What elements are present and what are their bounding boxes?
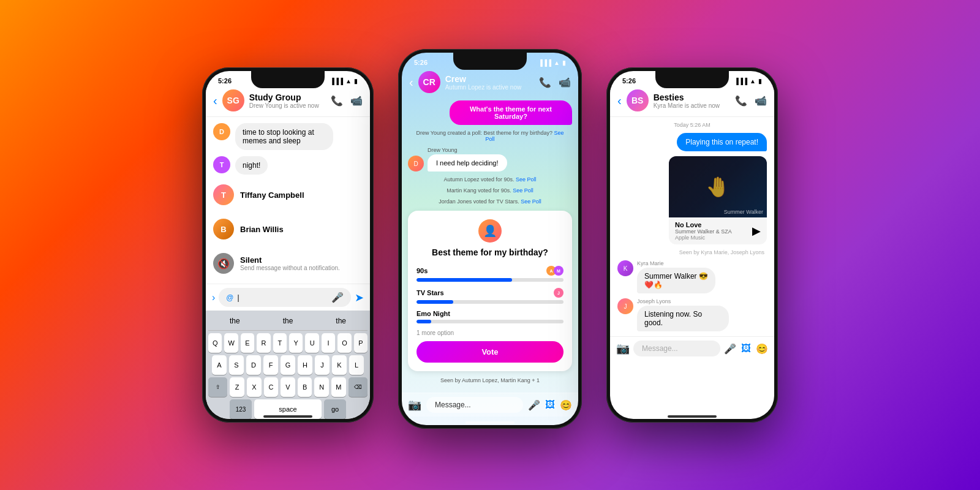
message-input-3[interactable]: Message...: [633, 341, 720, 356]
vote-button[interactable]: Vote: [417, 341, 564, 363]
suggestion-1[interactable]: the: [225, 315, 245, 326]
key-q[interactable]: Q: [208, 333, 222, 353]
mic-icon-3[interactable]: 🎤: [724, 343, 736, 355]
key-v[interactable]: V: [281, 377, 295, 397]
send-button-1[interactable]: ➤: [355, 291, 364, 304]
contact-avatar-brian: B: [213, 219, 234, 239]
keyboard-1: the the the Q W E R T Y U I O P A S D F: [206, 311, 370, 419]
key-m[interactable]: M: [331, 377, 346, 397]
key-123[interactable]: 123: [230, 399, 252, 419]
key-j[interactable]: J: [315, 355, 330, 375]
vote-text-2: Martin Kang voted for 90s.: [447, 187, 513, 194]
voice-input-icon[interactable]: 🎤: [331, 292, 344, 303]
mic-icon-2[interactable]: 🎤: [528, 399, 540, 411]
see-poll-2[interactable]: See Poll: [516, 176, 537, 183]
poll-avatars-90s: A M: [546, 266, 564, 276]
key-e[interactable]: E: [241, 333, 254, 353]
chat-header-1: ‹ SG Study Group Drew Young is active no…: [206, 87, 370, 117]
poll-option-tvstars[interactable]: TV Stars J: [417, 288, 564, 304]
message-list-1: D time to stop looking at memes and slee…: [206, 117, 370, 284]
key-delete[interactable]: ⌫: [349, 377, 368, 397]
camera-icon-3[interactable]: 📷: [616, 342, 630, 355]
p3-sender-kyra: Kyra Marie: [637, 260, 715, 266]
key-l[interactable]: L: [349, 355, 364, 375]
key-k[interactable]: K: [332, 355, 347, 375]
key-r[interactable]: R: [257, 333, 270, 353]
battery-icon: ▮: [354, 78, 358, 85]
key-a[interactable]: A: [212, 355, 227, 375]
key-i[interactable]: I: [322, 333, 335, 353]
keyboard-row-3: ⇧ Z X C V B N M ⌫: [208, 377, 368, 397]
chat-header-2: ‹ CR Crew Autumn Lopez is active now 📞 📹: [402, 69, 578, 98]
key-t[interactable]: T: [273, 333, 287, 353]
p3-bubble-joseph: Listening now. So good.: [637, 306, 729, 331]
drew-content: Drew Young I need help deciding!: [428, 147, 507, 172]
video-call-icon-3[interactable]: 📹: [755, 95, 767, 107]
p3-incoming-joseph: J Joseph Lyons Listening now. So good.: [617, 298, 767, 331]
contact-info-silent: Silent Send message without a notificati…: [240, 255, 340, 271]
music-art-overlay: 🤚: [669, 156, 767, 217]
image-icon-2[interactable]: 🖼: [545, 399, 555, 411]
see-poll-3[interactable]: See Poll: [513, 187, 533, 194]
key-s[interactable]: S: [229, 355, 244, 375]
video-call-icon-2[interactable]: 📹: [559, 77, 571, 88]
poll-bar-fill-tvstars: [417, 300, 453, 304]
key-shift[interactable]: ⇧: [208, 377, 227, 397]
sticker-icon-3[interactable]: 😊: [756, 343, 768, 355]
key-o[interactable]: O: [337, 333, 351, 353]
key-b[interactable]: B: [298, 377, 312, 397]
suggestion-2[interactable]: the: [278, 315, 298, 326]
key-x[interactable]: X: [247, 377, 262, 397]
contact-brian[interactable]: B Brian Willis: [213, 215, 363, 243]
image-icon-3[interactable]: 🖼: [741, 343, 751, 355]
msg-bubble-1: time to stop looking at memes and sleep: [235, 123, 333, 150]
back-button-1[interactable]: ‹: [213, 94, 217, 108]
suggestion-3[interactable]: the: [331, 315, 351, 326]
key-n[interactable]: N: [314, 377, 329, 397]
phone-call-icon-2[interactable]: 📞: [539, 77, 551, 88]
key-z[interactable]: Z: [230, 377, 244, 397]
back-button-2[interactable]: ‹: [409, 75, 413, 89]
phone-crew: 5:26 ▐▐▐ ▲ ▮ ‹ CR Crew Autumn Lopez is a…: [398, 49, 582, 429]
contact-silent[interactable]: 🔇 Silent Send message without a notifica…: [213, 249, 363, 277]
hand-emoji: 🤚: [706, 175, 730, 198]
poll-option-emonight[interactable]: Emo Night: [417, 310, 564, 323]
music-art-text: Summer Walker: [724, 209, 763, 215]
message-input-1[interactable]: @ | 🎤: [219, 288, 351, 307]
key-p[interactable]: P: [354, 333, 368, 353]
see-poll-4[interactable]: See Poll: [521, 198, 541, 205]
key-d[interactable]: D: [246, 355, 261, 375]
phone-besties: 5:26 ▐▐▐ ▲ ▮ ‹ BS Besties Kyra Marie is …: [606, 67, 778, 423]
music-title: No Love: [675, 221, 732, 228]
key-go[interactable]: go: [324, 399, 346, 419]
key-u[interactable]: U: [305, 333, 318, 353]
group-avatar-1: SG: [222, 89, 244, 111]
poll-option-label-tvstars: TV Stars J: [417, 288, 564, 298]
phone-call-icon-3[interactable]: 📞: [735, 95, 747, 107]
back-button-3[interactable]: ‹: [617, 94, 622, 108]
music-play-button[interactable]: ▶: [752, 224, 761, 238]
status-icons-3: ▐▐▐ ▲ ▮: [734, 78, 762, 85]
key-y[interactable]: Y: [289, 333, 303, 353]
group-avatar-2: CR: [418, 71, 440, 93]
music-artist: Summer Walker & SZA: [675, 228, 732, 235]
sticker-icon-2[interactable]: 😊: [560, 399, 572, 411]
poll-option-90s[interactable]: 90s A M: [417, 266, 564, 282]
video-call-icon-1[interactable]: 📹: [350, 95, 363, 107]
key-w[interactable]: W: [224, 333, 238, 353]
group-name-2: Crew: [445, 74, 534, 84]
poll-creator-avatar: 👤: [478, 219, 502, 243]
key-c[interactable]: C: [264, 377, 279, 397]
key-f[interactable]: F: [263, 355, 278, 375]
message-input-2[interactable]: Message...: [426, 397, 523, 413]
system-msg-4: Jordan Jones voted for TV Stars. See Pol…: [408, 196, 572, 207]
camera-icon-2[interactable]: 📷: [408, 398, 421, 412]
phone-call-icon-1[interactable]: 📞: [331, 95, 343, 107]
p3-content-joseph: Joseph Lyons Listening now. So good.: [637, 298, 729, 331]
expand-icon-1[interactable]: ›: [212, 292, 215, 303]
key-h[interactable]: H: [298, 355, 312, 375]
p3-input-icons: 🎤 🖼 😊: [724, 343, 768, 355]
contact-tiffany[interactable]: T Tiffany Campbell: [213, 181, 363, 209]
drew-avatar: D: [408, 156, 424, 172]
key-g[interactable]: G: [281, 355, 295, 375]
